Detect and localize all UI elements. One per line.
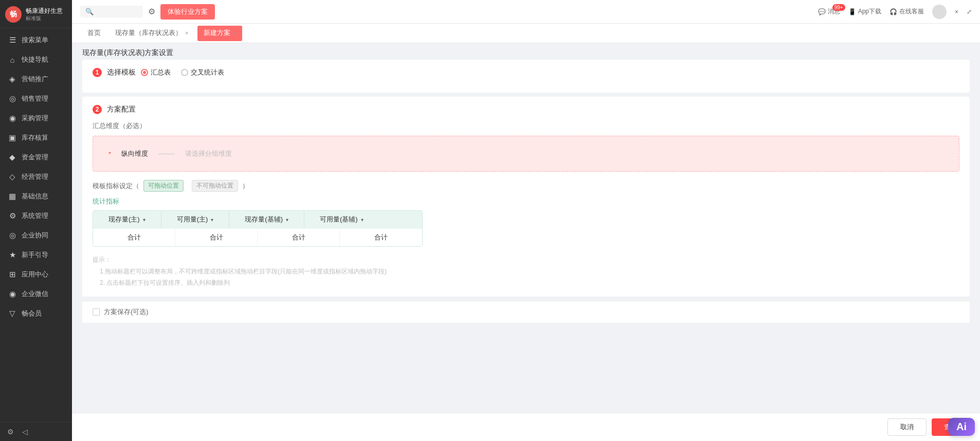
stats-col-col4[interactable]: 可用量(基辅)▾ (304, 211, 379, 228)
search-box: 🔍 (80, 6, 143, 17)
sidebar-icon-cooperation: ◎ (7, 231, 17, 240)
sidebar-label-marketing: 营销推广 (22, 75, 48, 84)
tab-new-plan[interactable]: 新建方案× (197, 26, 242, 41)
sidebar-icon-operations: ◇ (7, 172, 17, 181)
sidebar-icon-new-guide: ★ (7, 250, 17, 260)
industry-button[interactable]: 体验行业方案 (160, 4, 215, 20)
logo-icon: 畅 (5, 6, 22, 23)
sidebar-item-system[interactable]: ⚙系统管理 (0, 206, 72, 226)
sidebar-item-marketing[interactable]: ◈营销推广 (0, 69, 72, 89)
cancel-button[interactable]: 取消 (887, 418, 927, 436)
tab-home[interactable]: 首页 (80, 24, 108, 43)
sidebar-item-finance[interactable]: ◆资金管理 (0, 148, 72, 167)
app-download-button[interactable]: 📱 App下载 (848, 7, 881, 16)
sidebar-item-search-menu[interactable]: ☰搜索菜单 (0, 30, 72, 50)
gear-icon[interactable]: ⚙ (148, 7, 155, 16)
sidebar-item-operations[interactable]: ◇经营管理 (0, 167, 72, 187)
sidebar-icon-app-center: ⊞ (7, 270, 17, 279)
step1-label: 选择模板 (107, 68, 136, 77)
sidebar-icon-quick-nav: ⌂ (7, 56, 17, 64)
message-button[interactable]: 💬 消息 99+ (818, 7, 840, 16)
sidebar-label-inventory: 库存核算 (22, 133, 48, 142)
sidebar-item-purchase[interactable]: ◉采购管理 (0, 108, 72, 128)
sidebar-item-basic-info[interactable]: ▦基础信息 (0, 187, 72, 206)
chevron-icon: ▾ (211, 217, 213, 223)
stats-cell-r0c3: 合计 (340, 229, 422, 246)
sidebar-icon-search-menu: ☰ (7, 35, 17, 45)
chevron-icon: ▾ (286, 217, 288, 223)
sidebar-label-quick-nav: 快捷导航 (22, 55, 48, 64)
sidebar-nav: ☰搜索菜单⌂快捷导航◈营销推广◎销售管理◉采购管理▣库存核算◆资金管理◇经营管理… (0, 28, 72, 422)
sidebar-icon-marketing: ◈ (7, 75, 17, 84)
template-radio-group: 汇总表 交叉统计表 (141, 68, 224, 77)
sidebar: 畅 畅康通好生意 标准版 ☰搜索菜单⌂快捷导航◈营销推广◎销售管理◉采购管理▣库… (0, 0, 72, 441)
sound-icon[interactable]: ◁ (22, 428, 28, 436)
sidebar-icon-sales: ◎ (7, 94, 17, 103)
user-avatar[interactable] (932, 5, 947, 19)
step2-header: 2 方案配置 (93, 105, 959, 114)
required-mark: * (108, 150, 111, 158)
message-badge: 99+ (832, 4, 845, 11)
sidebar-item-new-guide[interactable]: ★新手引导 (0, 245, 72, 265)
step2-label: 方案配置 (107, 105, 136, 114)
stats-cell-r0c2: 合计 (258, 229, 340, 246)
settings-icon[interactable]: ⚙ (7, 428, 14, 436)
radio-cross[interactable]: 交叉统计表 (181, 68, 224, 77)
dimension-area[interactable]: * 纵向维度 —— 请选择分组维度 (93, 136, 959, 172)
expand-icon[interactable]: ⤢ (967, 8, 972, 15)
sidebar-footer: ⚙ ◁ (0, 422, 72, 441)
tips-section: 提示： 1.拖动标题栏可以调整布局，不可跨维度或指标区域拖动栏目字段(只能在同一… (93, 255, 959, 288)
sidebar-item-quick-nav[interactable]: ⌂快捷导航 (0, 50, 72, 69)
tab-label-home: 首页 (87, 28, 101, 38)
stats-col-col1[interactable]: 现存量(主)▾ (93, 211, 161, 228)
sidebar-label-cooperation: 企业协同 (22, 231, 48, 240)
step2-num: 2 (93, 105, 102, 114)
save-label: 方案保存(可选) (104, 307, 149, 317)
save-checkbox[interactable] (93, 308, 100, 316)
sidebar-label-finance: 资金管理 (22, 153, 48, 162)
sidebar-logo: 畅 畅康通好生意 标准版 (0, 0, 72, 28)
chevron-icon: ▾ (361, 217, 364, 223)
indicator-setting: 模板指标设定（ 可拖动位置 不可拖动位置 ） (93, 180, 959, 192)
stats-col-col3[interactable]: 现存量(基辅)▾ (229, 211, 304, 228)
step2-card: 2 方案配置 汇总维度（必选） * 纵向维度 —— 请选择分组维度 模板指标设定… (82, 97, 970, 297)
sidebar-item-inventory[interactable]: ▣库存核算 (0, 128, 72, 148)
tip-item-1: 1.拖动标题栏可以调整布局，不可跨维度或指标区域拖动栏目字段(只能在同一维度或指… (93, 266, 959, 278)
stats-cell-r0c0: 合计 (93, 229, 175, 246)
tabs-bar: 首页现存量（库存状况表）×新建方案× (72, 24, 980, 43)
online-service-button[interactable]: 🎧 在线客服 (890, 7, 924, 16)
step1-card: 1 选择模板 汇总表 交叉统计表 (82, 60, 970, 93)
page-title: 现存量(库存状况表)方案设置 (82, 48, 173, 57)
sidebar-label-basic-info: 基础信息 (22, 192, 48, 201)
sidebar-icon-system: ⚙ (7, 211, 17, 220)
message-icon: 💬 (818, 8, 826, 15)
step1-num: 1 (93, 68, 102, 77)
search-input[interactable] (97, 8, 138, 15)
tab-inventory-status[interactable]: 现存量（库存状况表）× (108, 24, 195, 43)
main-area: 🔍 ⚙ 体验行业方案 💬 消息 99+ 📱 App下载 🎧 在线客服 × ⤢ (72, 0, 980, 441)
sidebar-icon-finance: ◆ (7, 153, 17, 162)
footer-bar: 取消 查询 (72, 413, 980, 441)
tab-close-inventory-status[interactable]: × (185, 30, 188, 36)
sidebar-label-new-guide: 新手引导 (22, 250, 48, 260)
sidebar-item-member[interactable]: ▽畅会员 (0, 304, 72, 323)
indicator-close: ） (242, 181, 249, 191)
topbar-right: 💬 消息 99+ 📱 App下载 🎧 在线客服 × ⤢ (818, 5, 972, 19)
sidebar-label-search-menu: 搜索菜单 (22, 35, 48, 45)
ai-badge[interactable]: Ai (948, 418, 975, 436)
close-icon[interactable]: × (955, 8, 958, 15)
sidebar-item-cooperation[interactable]: ◎企业协同 (0, 226, 72, 245)
sidebar-item-wechat[interactable]: ◉企业微信 (0, 284, 72, 304)
sidebar-icon-purchase: ◉ (7, 114, 17, 123)
sidebar-item-app-center[interactable]: ⊞应用中心 (0, 265, 72, 284)
chevron-icon: ▾ (143, 217, 146, 223)
topbar: 🔍 ⚙ 体验行业方案 💬 消息 99+ 📱 App下载 🎧 在线客服 × ⤢ (72, 0, 980, 24)
radio-summary-dot (141, 69, 148, 76)
stats-col-col2[interactable]: 可用量(主)▾ (161, 211, 230, 228)
indicator-badge-fixed: 不可拖动位置 (192, 180, 238, 192)
tab-close-new-plan[interactable]: × (232, 30, 235, 36)
radio-summary[interactable]: 汇总表 (141, 68, 171, 77)
sidebar-item-sales[interactable]: ◎销售管理 (0, 89, 72, 108)
sidebar-icon-inventory: ▣ (7, 133, 17, 142)
sidebar-icon-member: ▽ (7, 309, 17, 318)
